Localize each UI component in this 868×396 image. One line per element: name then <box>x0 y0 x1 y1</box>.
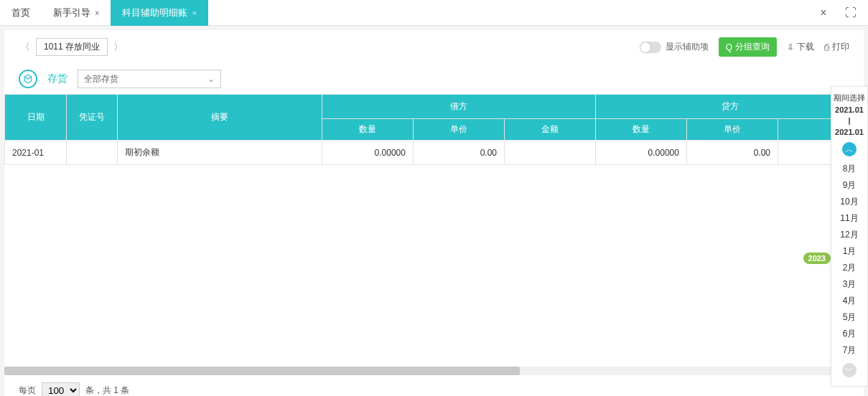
period-month[interactable]: 5月 <box>831 309 867 326</box>
prev-subject-button[interactable]: 〈 <box>19 41 32 54</box>
inventory-icon <box>19 70 37 88</box>
period-panel: 期间选择 2021.01 | 2021.01 ︿ 8月 9月 10月 11月 1… <box>831 86 868 387</box>
period-month[interactable]: 8月 <box>831 161 867 177</box>
tabs-bar: 首页 新手引导× 科目辅助明细账× × ⛶ <box>0 0 868 26</box>
select-value: 全部存货 <box>84 73 118 85</box>
next-subject-button[interactable]: 〉 <box>112 41 125 54</box>
button-label: 分组查询 <box>735 41 770 53</box>
col-credit-qty: 数量 <box>595 119 686 141</box>
period-month[interactable]: 9月 <box>831 177 867 194</box>
col-voucher: 凭证号 <box>67 95 118 141</box>
cell-summary: 期初余额 <box>118 141 322 165</box>
col-debit-price: 单价 <box>413 119 504 141</box>
period-month[interactable]: 11月 <box>831 210 867 227</box>
chevron-down-icon: ⌄ <box>207 74 215 84</box>
tab-subject-ledger[interactable]: 科目辅助明细账× <box>111 0 207 26</box>
period-month[interactable]: 10月 <box>831 194 867 210</box>
period-month[interactable]: 2月 <box>831 260 867 276</box>
cell-credit-price: 0.00 <box>686 141 778 165</box>
show-aux-label: 显示辅助项 <box>666 41 709 53</box>
col-credit-price: 单价 <box>686 119 778 141</box>
col-debit-amount: 金额 <box>504 119 595 141</box>
subject-selector[interactable]: 1011 存放同业 <box>36 38 108 56</box>
tab-home[interactable]: 首页 <box>0 0 42 26</box>
year-badge: 2023 <box>803 253 831 264</box>
download-button[interactable]: ⇩ 下载 <box>787 41 814 53</box>
horizontal-scrollbar[interactable] <box>4 367 864 375</box>
fullscreen-icon[interactable]: ⛶ <box>841 3 861 23</box>
period-down-button[interactable]: ﹀ <box>842 363 857 377</box>
search-icon: Q <box>726 42 732 52</box>
period-month[interactable]: 6月 <box>831 326 867 342</box>
col-debit-group: 借方 <box>322 95 595 119</box>
print-icon: ⎙ <box>824 42 829 52</box>
period-month[interactable]: 1月 <box>831 243 867 260</box>
filter-label: 存货 <box>47 72 67 85</box>
close-icon[interactable]: × <box>95 0 99 26</box>
period-to: 2021.01 <box>831 127 867 138</box>
cell-voucher <box>67 141 118 165</box>
ledger-table-wrap: 日期 凭证号 摘要 借方 贷方 数量 单价 金额 数量 单价 2021-01 <box>4 94 864 367</box>
tab-guide[interactable]: 新手引导× <box>42 0 111 26</box>
tab-label: 新手引导 <box>53 0 90 26</box>
download-icon: ⇩ <box>787 42 794 52</box>
close-icon[interactable]: × <box>192 0 196 26</box>
period-title: 期间选择 <box>831 91 867 105</box>
filter-row: 存货 全部存货 ⌄ <box>4 64 864 94</box>
group-query-button[interactable]: Q 分组查询 <box>719 37 777 57</box>
col-summary: 摘要 <box>118 95 322 141</box>
show-aux-toggle[interactable] <box>640 42 661 53</box>
button-label: 打印 <box>832 41 849 53</box>
pagination-total: 条，共 1 条 <box>85 385 129 397</box>
col-debit-qty: 数量 <box>322 119 413 141</box>
cell-debit-price: 0.00 <box>413 141 504 165</box>
period-month[interactable]: 3月 <box>831 276 867 293</box>
period-month[interactable]: 7月 <box>831 342 867 359</box>
period-up-button[interactable]: ︿ <box>842 142 857 156</box>
table-row[interactable]: 2021-01 期初余额 0.00000 0.00 0.00000 0.00 <box>5 141 864 165</box>
period-month[interactable]: 4月 <box>831 293 867 309</box>
tab-label: 首页 <box>11 0 30 26</box>
scrollbar-thumb[interactable] <box>4 367 520 375</box>
print-button[interactable]: ⎙ 打印 <box>824 41 849 53</box>
cell-debit-amount <box>504 141 595 165</box>
close-all-icon[interactable]: × <box>813 3 834 23</box>
col-date: 日期 <box>5 95 67 141</box>
cell-credit-qty: 0.00000 <box>595 141 686 165</box>
per-page-select[interactable]: 100 <box>42 382 80 396</box>
col-credit-group: 贷方 <box>595 95 864 119</box>
per-page-label: 每页 <box>19 385 36 397</box>
period-month[interactable]: 12月 <box>831 227 867 243</box>
pagination: 每页 100 条，共 1 条 <box>4 375 864 396</box>
cell-date: 2021-01 <box>5 141 67 165</box>
inventory-select[interactable]: 全部存货 ⌄ <box>78 70 221 88</box>
tab-label: 科目辅助明细账 <box>122 0 187 26</box>
toolbar: 〈 1011 存放同业 〉 显示辅助项 Q 分组查询 ⇩ 下载 ⎙ 打印 <box>4 30 864 64</box>
cell-debit-qty: 0.00000 <box>322 141 413 165</box>
button-label: 下载 <box>797 41 814 53</box>
ledger-table: 日期 凭证号 摘要 借方 贷方 数量 单价 金额 数量 单价 2021-01 <box>4 94 864 165</box>
period-from: 2021.01 <box>831 105 867 116</box>
period-sep: | <box>831 116 867 126</box>
